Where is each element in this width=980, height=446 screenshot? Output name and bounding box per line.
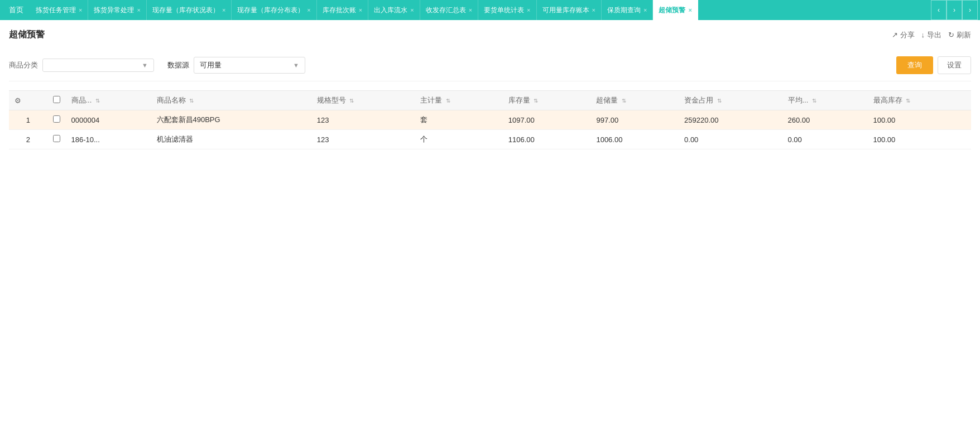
nav-tab-close-10[interactable]: × xyxy=(688,7,691,13)
header-actions: ↗ 分享 ↓ 导出 ↻ 刷新 xyxy=(892,30,972,40)
nav-arrows: ‹ › › xyxy=(931,0,978,20)
row-spec-0: 123 xyxy=(311,110,415,130)
row-name-1: 机油滤清器 xyxy=(151,130,311,149)
table-header-capital[interactable]: 资金占用 ⇅ xyxy=(679,91,782,110)
category-filter: 商品分类 ▼ xyxy=(9,59,154,72)
nav-tab-close-4[interactable]: × xyxy=(359,7,362,13)
sort-icon-avg: ⇅ xyxy=(812,98,816,104)
nav-tab-close-9[interactable]: × xyxy=(643,7,647,13)
refresh-icon: ↻ xyxy=(948,31,954,39)
row-name-0: 六配套新昌490BPG xyxy=(151,110,311,130)
row-stock-0: 1097.00 xyxy=(503,110,591,130)
nav-tab-close-8[interactable]: × xyxy=(592,7,595,13)
nav-more-arrow[interactable]: › xyxy=(962,0,978,20)
export-button[interactable]: ↓ 导出 xyxy=(921,30,942,40)
row-maxstock-1: 100.00 xyxy=(868,130,972,149)
table-header-checkbox xyxy=(47,91,66,110)
table-header-name[interactable]: 商品名称 ⇅ xyxy=(151,91,311,110)
share-button[interactable]: ↗ 分享 xyxy=(892,30,915,40)
nav-next-arrow[interactable]: › xyxy=(947,0,962,20)
row-id-0: 0000004 xyxy=(66,110,151,130)
sort-icon-overflow: ⇅ xyxy=(622,98,626,104)
th-capital-label: 资金占用 xyxy=(684,96,713,104)
nav-tab-close-2[interactable]: × xyxy=(222,7,225,13)
nav-tab-label-1: 拣货异常处理 xyxy=(94,6,134,15)
datasource-select-text: 可用量 xyxy=(200,60,293,70)
page-content: 超储预警 ↗ 分享 ↓ 导出 ↻ 刷新 商品分类 ▼ 数据源 xyxy=(0,20,980,446)
settings-button[interactable]: 设置 xyxy=(938,56,971,74)
th-avg-label: 平均... xyxy=(788,96,809,104)
row-select-checkbox-1[interactable] xyxy=(53,135,60,142)
nav-tab-7[interactable]: 要货单统计表 × xyxy=(478,0,536,20)
table-row: 2 186-10... 机油滤清器 123 个 1106.00 1006.00 … xyxy=(9,130,971,149)
nav-prev-arrow[interactable]: ‹ xyxy=(931,0,947,20)
nav-tab-9[interactable]: 保质期查询 × xyxy=(602,0,653,20)
query-button[interactable]: 查询 xyxy=(896,56,933,74)
row-avg-0: 260.00 xyxy=(782,110,868,130)
nav-tab-label-2: 现存量（库存状况表） xyxy=(152,6,219,15)
row-checkbox-1[interactable] xyxy=(47,130,66,149)
th-name-label: 商品名称 xyxy=(157,96,186,104)
nav-tab-close-5[interactable]: × xyxy=(410,7,414,13)
nav-tab-6[interactable]: 收发存汇总表 × xyxy=(420,0,478,20)
gear-icon: ⚙ xyxy=(15,96,21,105)
refresh-button[interactable]: ↻ 刷新 xyxy=(948,30,971,40)
category-select[interactable]: ▼ xyxy=(42,59,154,72)
th-unit-label: 主计量 xyxy=(420,96,442,104)
nav-tab-10[interactable]: 超储预警 × xyxy=(653,0,698,20)
nav-tab-label-8: 可用量库存账本 xyxy=(542,6,589,15)
table-row: 1 0000004 六配套新昌490BPG 123 套 1097.00 997.… xyxy=(9,110,971,130)
row-stock-1: 1106.00 xyxy=(503,130,591,149)
nav-tab-close-3[interactable]: × xyxy=(307,7,310,13)
nav-tab-label-7: 要货单统计表 xyxy=(484,6,524,15)
nav-tab-0[interactable]: 拣货任务管理 × xyxy=(30,0,88,20)
share-icon: ↗ xyxy=(892,31,898,39)
nav-tab-label-10: 超储预警 xyxy=(659,6,685,15)
nav-tab-label-5: 出入库流水 xyxy=(374,6,407,15)
nav-tab-close-7[interactable]: × xyxy=(527,7,530,13)
table-header-spec[interactable]: 规格型号 ⇅ xyxy=(311,91,415,110)
table-header-id[interactable]: 商品... ⇅ xyxy=(66,91,151,110)
row-select-checkbox-0[interactable] xyxy=(53,115,60,123)
category-filter-label: 商品分类 xyxy=(9,60,38,70)
table-header-unit[interactable]: 主计量 ⇅ xyxy=(415,91,503,110)
nav-tab-8[interactable]: 可用量库存账本 × xyxy=(537,0,602,20)
table-header-row: ⚙ 商品... ⇅ 商品名称 ⇅ 规格型号 ⇅ 主计量 xyxy=(9,91,971,110)
th-id-label: 商品... xyxy=(71,96,92,104)
datasource-chevron-icon: ▼ xyxy=(293,62,299,69)
select-all-checkbox[interactable] xyxy=(53,96,60,103)
nav-tab-close-1[interactable]: × xyxy=(137,7,140,13)
row-checkbox-0[interactable] xyxy=(47,110,66,130)
nav-home[interactable]: 首页 xyxy=(2,0,30,20)
nav-tab-label-0: 拣货任务管理 xyxy=(36,6,76,15)
nav-tab-2[interactable]: 现存量（库存状况表） × xyxy=(147,0,232,20)
nav-tab-4[interactable]: 库存批次账 × xyxy=(317,0,368,20)
share-label: 分享 xyxy=(900,30,915,40)
export-label: 导出 xyxy=(927,30,941,40)
nav-tab-3[interactable]: 现存量（库存分布表） × xyxy=(232,0,316,20)
row-capital-1: 0.00 xyxy=(679,130,782,149)
row-overflow-0: 997.00 xyxy=(590,110,679,130)
nav-tab-1[interactable]: 拣货异常处理 × xyxy=(88,0,146,20)
th-overflow-label: 超储量 xyxy=(596,96,618,104)
nav-tab-close-6[interactable]: × xyxy=(469,7,472,13)
sort-icon-capital: ⇅ xyxy=(717,98,722,104)
table-header-gear[interactable]: ⚙ xyxy=(9,91,47,110)
page-title: 超储预警 xyxy=(9,29,45,41)
nav-tab-label-4: 库存批次账 xyxy=(323,6,356,15)
nav-home-label: 首页 xyxy=(9,5,23,15)
nav-tab-label-9: 保质期查询 xyxy=(607,6,641,15)
nav-tab-label-3: 现存量（库存分布表） xyxy=(237,6,304,15)
sort-icon-maxstock: ⇅ xyxy=(906,98,910,104)
table-header-avg[interactable]: 平均... ⇅ xyxy=(782,91,868,110)
table-header-overflow[interactable]: 超储量 ⇅ xyxy=(590,91,679,110)
table-header-maxstock[interactable]: 最高库存 ⇅ xyxy=(868,91,972,110)
data-table: ⚙ 商品... ⇅ 商品名称 ⇅ 规格型号 ⇅ 主计量 xyxy=(9,90,971,149)
export-icon: ↓ xyxy=(921,31,925,39)
th-maxstock-label: 最高库存 xyxy=(873,96,902,104)
table-header-stock[interactable]: 库存量 ⇅ xyxy=(503,91,591,110)
nav-tab-close-0[interactable]: × xyxy=(79,7,82,13)
nav-tab-5[interactable]: 出入库流水 × xyxy=(368,0,420,20)
top-navigation: 首页 拣货任务管理 × 拣货异常处理 × 现存量（库存状况表） × 现存量（库存… xyxy=(0,0,980,20)
datasource-select[interactable]: 可用量 ▼ xyxy=(194,57,305,74)
